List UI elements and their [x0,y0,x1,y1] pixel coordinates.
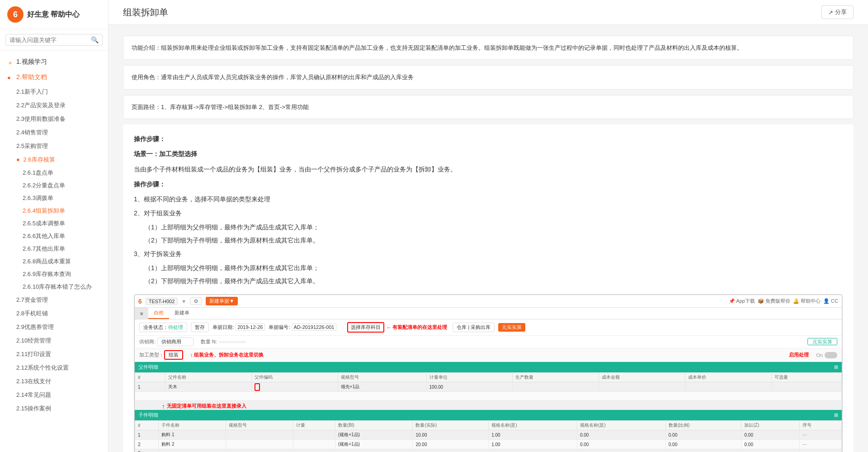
step-3-1: （1）上部明细为父件明细，最终作为原材料生成其它出库单； [145,262,843,274]
lower-table-header-row: # 子件名称 规格型号 计量 数量(BI) 数量(实际) 规格名称(是) 规格名… [135,421,842,430]
sim-new-doc-btn[interactable]: 新建单据▼ [206,297,238,305]
sim-count-input[interactable] [219,341,246,343]
nav-item-docs[interactable]: ● 2.帮助文档 [0,70,108,85]
sim-tab-natural[interactable]: 自然 [148,308,169,319]
logo-area: 6 好生意 帮助中心 [0,0,108,29]
ops-title: 操作步骤： [134,133,843,145]
lth-name: 子件名称 [159,421,226,430]
lth-qty-bi: 数量(BI) [335,421,413,430]
sim-tab-new[interactable]: 新建单 [169,308,195,319]
th-qty: 生产数量 [513,373,599,382]
expand-icon-2: ● [7,74,14,81]
minus-icon-26: ● [16,156,20,163]
sim-upper-header: 父件明细 ⊞ [135,362,842,372]
sim-type-value[interactable]: 组装 [164,350,183,360]
top-bar: 组装拆卸单 ↗ 分享 [108,0,868,25]
nav-item-267[interactable]: 2.6.7其他出库单 [0,243,108,255]
sim-ok-btn[interactable]: 元实实算 [807,338,837,345]
lower-row-2: 2 购料 2 (规格+1品) 20.00 1.00 0.00 0.00 [135,440,842,449]
nav-item-268[interactable]: 2.6.8商品成本重算 [0,255,108,268]
sim-assembly-btn[interactable]: 选择库存科目 [347,322,384,333]
sim-count-field: 数量 N: [201,338,246,345]
nav-item-2610[interactable]: 2.6.10库存账本错了怎么办 [0,281,108,293]
nav-children-docs: 2.1新手入门 2.2产品安装及登录 2.3使用前数据准备 2.4销售管理 2.… [0,85,108,415]
lth-qty-ratio: 数量(比例) [665,421,741,430]
sim-supplier-input[interactable]: 供销商用 [157,338,193,346]
ops-steps-title: 操作步骤： [134,179,843,190]
nav-item-262[interactable]: 2.6.2分量盘点单 [0,179,108,192]
step-2-2: （2）下部明细为子件明细，最终作为原材料生成其它出库单。 [145,235,843,246]
nav-item-21[interactable]: 2.1新手入门 [0,85,108,99]
sim-form-row: 供销商: 供销商用 数量 N: 元实实算 [135,336,842,348]
sim-form-toolbar: 业务状态：待处理 暂存 单据日期: 2019-12-26 单据编号: AD-20… [135,319,842,336]
th-spec: 规格型号 [338,373,426,382]
nav-item-27[interactable]: 2.7资金管理 [0,293,108,307]
role-block: 使用角色：通常由生产人员或库管人员完成拆装业务的操作，库管人员确认原材料的出库和… [123,65,854,89]
scene1-desc: 当由多个子件材料组装成一个成品的业务为【组装】业务，当由一个父件拆分成多个子产品… [134,164,843,175]
search-input[interactable] [9,37,91,43]
nav-item-23[interactable]: 2.3使用前数据准备 [0,112,108,126]
annotation-2: ↑ 组装业务、拆卸业务在这里切换 [190,352,264,358]
nav-item-261[interactable]: 2.6.1盘点单 [0,167,108,179]
nav-section-1: ＋ 1.视频学习 [0,54,108,70]
nav-item-28[interactable]: 2.8手机旺铺 [0,307,108,320]
sim-lower-table: # 子件名称 规格型号 计量 数量(BI) 数量(实际) 规格名称(是) 规格名… [135,420,842,452]
nav-item-266[interactable]: 2.6.6其他入库单 [0,230,108,243]
th-cost: 成本金额 [599,373,685,382]
sim-confirm-btn[interactable]: 元实实算 [498,323,525,332]
lth-name1: 规格名称(是) [489,421,577,430]
app-logo: 6 [7,6,24,23]
sim-supplier-field: 供销商: 供销商用 [139,338,193,346]
nav-item-24[interactable]: 2.4销售管理 [0,126,108,139]
annotation-4-area: ↑ 无固定清单可用组装在这里直接录入 [135,401,842,410]
nav-subitems-26: 2.6.1盘点单 2.6.2分量盘点单 2.6.3调拨单 2.6.4组装拆卸单 … [0,167,108,293]
nav-item-29[interactable]: 2.9优惠券管理 [0,320,108,334]
sim-enable-btn[interactable]: On [816,352,837,358]
sim-processing-btn[interactable]: 业务状态：待处理 [139,323,187,332]
table-header-row: # 父件名称 父件编码 规格型号 计量单位 生产数量 成本金额 成本单价 可选量 [135,373,842,382]
page-title: 组装拆卸单 [123,6,168,19]
lth-name2: 规格名称(是) [577,421,665,430]
nav-item-25[interactable]: 2.5采购管理 [0,139,108,153]
nav-item-videos[interactable]: ＋ 1.视频学习 [0,54,108,70]
nav-item-210[interactable]: 2.10经营管理 [0,334,108,347]
nav-item-265[interactable]: 2.6.5成本调整单 [0,217,108,230]
cell-parent-name: 关木 [165,382,251,392]
sim-upper-expand-btn[interactable]: ⊞ [834,364,838,370]
table-row-empty [135,392,842,401]
lth-seq: # [135,421,159,430]
sim-left-nav: ≡ [135,308,148,319]
nav-item-264[interactable]: 2.6.4组装拆卸单 [0,205,108,217]
cell-unit-cost [685,382,772,392]
nav-item-215[interactable]: 2.15操作案例 [0,402,108,415]
nav-item-213[interactable]: 2.13在线支付 [0,375,108,388]
sim-lower-expand-btn[interactable]: ⊞ [834,412,838,418]
search-icon[interactable]: 🔍 [91,36,99,43]
sim-action-btn[interactable]: 仓库 | 采购出库 [453,323,495,332]
nav-item-212[interactable]: 2.12系统个性化设置 [0,361,108,375]
sim-save-btn[interactable]: 暂存 [191,323,209,332]
nav-item-269[interactable]: 2.6.9库存账本查询 [0,268,108,281]
nav-item-211[interactable]: 2.11打印设置 [0,347,108,361]
th-available: 可选量 [772,373,842,382]
toggle-switch[interactable] [825,352,837,358]
nav-item-22[interactable]: 2.2产品安装及登录 [0,99,108,112]
sim-upper-table: # 父件名称 父件编码 规格型号 计量单位 生产数量 成本金额 成本单价 可选量 [135,372,842,401]
step-2-1: （1）上部明细为父件明细，最终作为产成品生成其它入库单； [145,222,843,233]
intro-block: 功能介绍：组装拆卸单用来处理企业组装或拆卸等加工业务，支持有固定装配清单的产品加… [123,36,854,60]
share-button[interactable]: ↗ 分享 [821,5,854,19]
th-parent-code: 父件编码 [251,373,338,382]
share-icon: ↗ [828,9,833,16]
th-parent-name: 父件名称 [165,373,251,382]
annotation-3: 启用处理 [789,352,809,358]
lower-row-1: 1 购料 1 (规格+1品) 10.00 1.00 0.00 0.00 [135,430,842,440]
screenshot-area: 6 TEST-H002 ▼ ⊙ 新建单据▼ 📌 App下载 📦 免费版帮你 🔔 … [134,294,843,452]
cell-cost [599,382,685,392]
nav-item-214[interactable]: 2.14常见问题 [0,388,108,402]
nav-item-263[interactable]: 2.6.3调拨单 [0,192,108,205]
search-box[interactable]: 🔍 [5,34,103,46]
main-content: 组装拆卸单 ↗ 分享 功能介绍：组装拆卸单用来处理企业组装或拆卸等加工业务，支持… [108,0,868,452]
nav-item-26[interactable]: ● 2.6库存核算 [0,153,108,167]
ops-section: 操作步骤： 场景一：加工类型选择 当由多个子件材料组装成一个成品的业务为【组装】… [123,124,854,452]
sidebar: 6 好生意 帮助中心 🔍 ＋ 1.视频学习 ● 2.帮助文档 2.1新手入门 2… [0,0,108,452]
